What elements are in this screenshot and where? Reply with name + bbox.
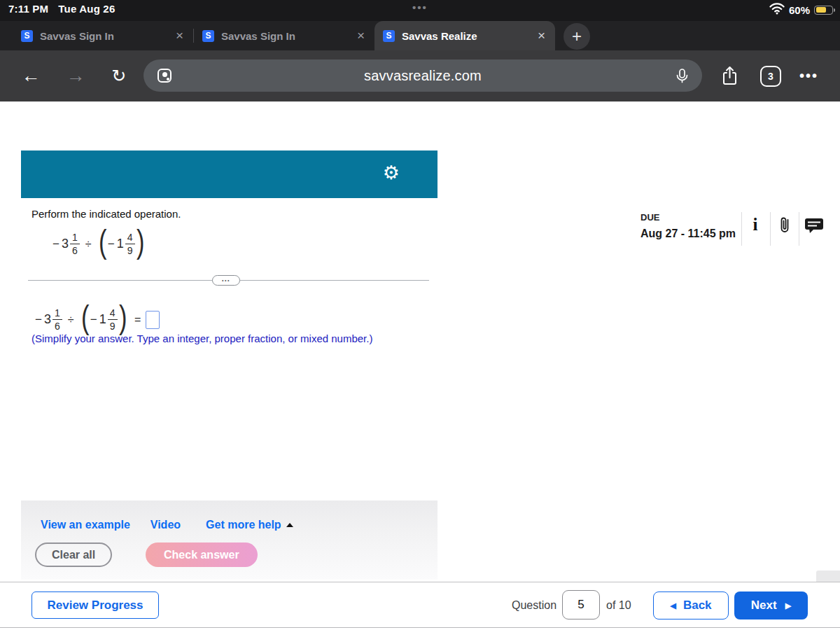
whole-number: 3 <box>44 312 51 327</box>
minus-sign: − <box>35 313 42 327</box>
reload-button[interactable]: ↻ <box>105 50 133 102</box>
tab-savvas-sign-in-1[interactable]: S Savvas Sign In × <box>13 21 193 50</box>
tab-count: 3 <box>768 71 774 82</box>
next-triangle-icon: ▶ <box>785 602 791 610</box>
battery-icon <box>814 6 833 15</box>
next-question-button[interactable]: Next ▶ <box>734 592 808 620</box>
multitask-dots-icon[interactable]: ••• <box>0 1 840 13</box>
problem-instruction: Perform the indicated operation. <box>31 208 181 220</box>
gear-icon[interactable]: ⚙ <box>383 164 400 183</box>
back-question-button[interactable]: ◀ Back <box>653 592 729 620</box>
answer-input[interactable] <box>146 311 160 329</box>
problem-expression: − 3 16 ÷ ( − 1 49 ) <box>52 227 146 260</box>
fraction: 16 <box>52 307 62 332</box>
savvas-favicon-icon: S <box>202 30 214 42</box>
back-button[interactable]: ← <box>17 50 45 102</box>
fraction: 49 <box>108 307 118 332</box>
share-icon[interactable] <box>715 50 743 102</box>
minus-sign: − <box>90 313 97 327</box>
whole-number: 1 <box>99 312 106 327</box>
savvas-favicon-icon: S <box>383 30 395 42</box>
caret-up-icon <box>286 523 293 527</box>
question-number-input[interactable] <box>562 590 600 620</box>
minus-sign: − <box>108 237 115 251</box>
fraction: 49 <box>125 232 135 256</box>
savvas-favicon-icon: S <box>21 30 33 42</box>
screen-bottom-divider <box>0 627 840 628</box>
view-example-link[interactable]: View an example <box>41 519 130 531</box>
review-progress-button[interactable]: Review Progress <box>31 592 159 619</box>
mic-icon[interactable] <box>673 67 691 88</box>
comment-icon[interactable] <box>804 217 825 238</box>
header-divider <box>741 212 742 246</box>
right-paren: ) <box>119 303 127 336</box>
get-more-help-link[interactable]: Get more help <box>206 519 281 531</box>
due-label: DUE <box>640 212 659 223</box>
browser-toolbar: ← → ↻ savvasrealize.com 3 ••• <box>0 50 840 102</box>
wifi-icon <box>769 3 785 17</box>
battery-percent: 60% <box>789 4 810 16</box>
question-footer: View an example Video Get more help Clea… <box>21 500 438 580</box>
safari-window: 7:11 PMTue Aug 26 ••• 60% S Savvas Sign … <box>0 0 840 630</box>
url-text: savvasrealize.com <box>144 68 702 84</box>
header-divider <box>770 212 771 246</box>
next-label: Next <box>751 598 777 612</box>
divide-sign: ÷ <box>85 238 92 251</box>
due-date: Aug 27 - 11:45 pm <box>640 227 736 240</box>
question-label: Question <box>512 592 556 620</box>
address-bar[interactable]: savvasrealize.com <box>144 59 702 92</box>
right-paren: ) <box>136 227 144 260</box>
left-paren: ( <box>98 227 106 260</box>
back-triangle-icon: ◀ <box>670 602 676 610</box>
close-tab-icon[interactable]: × <box>176 28 183 43</box>
question-toolbar: ⚙ <box>21 150 438 198</box>
back-label: Back <box>683 598 712 612</box>
more-menu-icon[interactable]: ••• <box>799 50 818 102</box>
tabs-overview-button[interactable]: 3 <box>760 66 781 87</box>
tab-title: Savvas Sign In <box>40 30 169 42</box>
question-panel: ⚙ Perform the indicated operation. − 3 1… <box>21 150 438 580</box>
left-paren: ( <box>80 303 88 336</box>
fraction: 16 <box>70 232 80 256</box>
whole-number: 3 <box>62 237 69 251</box>
section-divider: ••• <box>28 280 429 281</box>
equals-sign: = <box>134 314 141 326</box>
question-total: of 10 <box>606 592 631 620</box>
status-bar: 7:11 PMTue Aug 26 ••• 60% <box>0 0 840 21</box>
minus-sign: − <box>52 237 59 251</box>
tab-title: Savvas Sign In <box>221 30 350 42</box>
forward-button[interactable]: → <box>62 50 90 102</box>
tab-bar: S Savvas Sign In × S Savvas Sign In × S … <box>0 21 840 50</box>
header-divider <box>799 212 799 246</box>
bottom-bar-divider <box>0 582 840 582</box>
new-tab-button[interactable]: + <box>564 23 590 50</box>
answer-equation: − 3 16 ÷ ( − 1 49 ) = <box>35 303 160 336</box>
close-tab-icon[interactable]: × <box>538 28 545 43</box>
video-link[interactable]: Video <box>150 519 181 531</box>
info-icon[interactable]: i <box>748 215 762 234</box>
check-answer-button[interactable]: Check answer <box>146 542 258 567</box>
simplify-note: (Simplify your answer. Type an integer, … <box>31 332 372 344</box>
expander-handle[interactable]: ••• <box>212 275 240 286</box>
tab-title: Savvas Realize <box>402 30 531 42</box>
close-tab-icon[interactable]: × <box>357 28 365 43</box>
whole-number: 1 <box>117 237 124 251</box>
clear-all-button[interactable]: Clear all <box>35 542 112 567</box>
scrollbar-track[interactable] <box>816 570 840 582</box>
tab-savvas-realize-active[interactable]: S Savvas Realize × <box>374 21 555 50</box>
assignment-header: Period 05 (Colegia) 1-4: MathXL for Scho… <box>0 102 840 150</box>
paperclip-icon[interactable] <box>777 215 793 239</box>
tab-savvas-sign-in-2[interactable]: S Savvas Sign In × <box>194 21 374 50</box>
divide-sign: ÷ <box>68 314 74 326</box>
